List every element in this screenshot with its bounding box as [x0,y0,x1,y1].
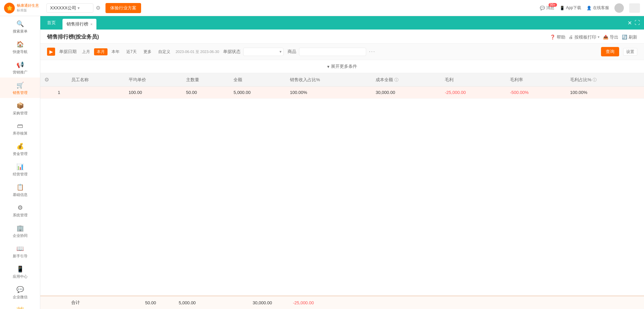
help-icon: ❓ [550,35,555,40]
status-select[interactable] [243,48,284,56]
maximize-icon[interactable]: ⛶ [635,20,640,26]
sidebar-item-base[interactable]: 📋 基础信息 [0,179,40,200]
inventory-icon: 🗃 [17,122,23,130]
search-icon: 🔍 [16,20,24,28]
date-tab-自定义[interactable]: 自定义 [156,48,173,55]
settings-button[interactable]: ⚙ [93,3,103,13]
export-label: 导出 [610,34,618,40]
sidebar-item-purchase[interactable]: 📦 采购管理 [0,98,40,118]
footer-label-cell: 合计 [67,296,108,309]
sidebar-item-search[interactable]: 🔍 搜索菜单 [0,16,40,37]
date-tab-本月[interactable]: 本月 [94,48,108,55]
top-right-actions: 💬 消息 99+ 📱 App下载 👤 在线客服 [540,3,640,13]
online-service-button[interactable]: 👤 在线客服 [587,5,609,11]
filter-toggle-button[interactable]: ▶ [47,48,55,56]
company-selector[interactable]: XXXXXX公司 ▾ [46,3,93,13]
sidebar-item-marketing[interactable]: 📢 营销推广 [0,57,40,78]
sidebar-item-system[interactable]: ⚙ 系统管理 [0,200,40,220]
finance-icon: 💰 [16,143,24,150]
table-body: 1 100.00 50.00 5,000.00 100.00% 30,000.0… [40,87,644,99]
tab-home[interactable]: 首页 [42,16,61,30]
avatar[interactable] [614,3,624,13]
sidebar-item-management[interactable]: 📊 经营管理 [0,159,40,179]
sidebar: 🔍 搜索菜单 🏠 快捷导航 📢 营销推广 🛒 销售管理 📦 采购管理 🗃 库存核… [0,16,40,309]
cost-info-icon[interactable]: ⓘ [394,78,398,82]
export-icon: 📤 [603,35,608,40]
sidebar-label-system: 系统管理 [13,213,28,218]
sidebar-label-management: 经营管理 [13,172,28,177]
sidebar-item-guide[interactable]: 📖 新手引导 [0,241,40,261]
date-filter-label: 单据日期 [59,49,77,55]
sidebar-item-finance[interactable]: 💰 资金管理 [0,139,40,159]
message-button[interactable]: 💬 消息 99+ [540,5,554,11]
sidebar-item-enterprise[interactable]: 🏢 企业协同 [0,220,40,241]
sidebar-item-inventory[interactable]: 🗃 库存核算 [0,118,40,139]
goods-filter-label: 商品 [288,49,296,55]
more-options-icon[interactable]: ··· [369,49,375,55]
sidebar-label-guide: 新手引导 [13,254,28,259]
table-footer-row: 合计 50.00 5,000.00 30,000.00 -25,000.00 [40,296,644,309]
print-dropdown-icon: ▾ [598,35,600,39]
logo-text-block: 畅康通好生意 标准版 [17,3,39,12]
sidebar-item-shortcut[interactable]: 🏠 快捷导航 [0,37,40,57]
th-sales-pct: 销售收入占比% [286,73,372,87]
enterprise-icon: 🏢 [16,224,24,232]
grosspct-info-icon[interactable]: ⓘ [593,78,597,82]
goods-input[interactable] [299,48,366,56]
expand-more-button[interactable]: ▾ 展开更多条件 [325,62,360,71]
chevron-down-icon: ▾ [78,6,80,10]
logo-text: 畅康通好生意 [17,3,39,8]
sidebar-item-wechat[interactable]: 💬 企业微信 [0,282,40,302]
sidebar-item-member[interactable]: 👑 畅会员 [0,302,40,309]
sidebar-item-appstore[interactable]: 📱 应用中心 [0,261,40,282]
cell-gross-rate: -500.00% [506,87,566,99]
sidebar-label-purchase: 采购管理 [13,111,28,116]
date-tab-上月[interactable]: 上月 [79,48,93,55]
table-container: ⚙ 员工名称 平均单价 主数量 全额 销售收入占比% 成本全额 ⓘ [40,73,644,296]
refresh-label: 刷新 [629,34,637,40]
appstore-icon: 📱 [16,265,24,273]
tab-sales-ranking[interactable]: 销售排行榜 × [62,19,96,30]
th-rank [54,73,67,87]
user-menu[interactable] [629,3,640,13]
cell-rank: 1 [54,87,67,99]
industry-button[interactable]: 体验行业方案 [105,3,141,13]
print-icon: 🖨 [569,35,573,40]
date-tabs: 上月本月本年近7天更多自定义 [79,48,173,55]
sidebar-item-sales[interactable]: 🛒 销售管理 [0,78,40,98]
column-settings-icon[interactable]: ⚙ [44,77,49,83]
settings-button-side[interactable]: 设置 [623,48,637,56]
footer-avg-cell [108,299,141,306]
expand-label: 展开更多条件 [331,63,357,69]
shortcut-icon: 🏠 [16,41,24,48]
system-icon: ⚙ [17,204,23,211]
sidebar-label-enterprise: 企业协同 [13,233,28,238]
tab-close-icon[interactable]: × [90,22,92,26]
cell-gross-pct: 100.00% [566,87,644,99]
th-cost: 成本全额 ⓘ [372,73,441,87]
refresh-button[interactable]: 🔄 刷新 [622,34,637,40]
cell-gross: -25,000.00 [441,87,506,99]
tab-bar: 首页 销售排行榜 × ✕ ⛶ [40,16,644,30]
sidebar-label-wechat: 企业微信 [13,295,28,300]
export-button[interactable]: 📤 导出 [603,34,618,40]
top-bar: 🌟 畅康通好生意 标准版 XXXXXX公司 ▾ ⚙ 体验行业方案 💬 消息 99… [0,0,644,16]
base-icon: 📋 [16,184,24,191]
cell-quantity: 50.00 [182,87,230,99]
filter-bar: ▶ 单据日期 上月本月本年近7天更多自定义 2023-06-01 至 2023-… [40,44,644,60]
print-label: 按模板打印 [574,34,596,40]
main-area: 🔍 搜索菜单 🏠 快捷导航 📢 营销推广 🛒 销售管理 📦 采购管理 🗃 库存核… [0,16,644,309]
date-tab-更多[interactable]: 更多 [141,48,154,55]
tab-label: 销售排行榜 [67,21,88,27]
help-button[interactable]: ❓ 帮助 [550,34,565,40]
query-button[interactable]: 查询 [601,47,619,56]
date-tab-近7天[interactable]: 近7天 [124,48,139,55]
print-button[interactable]: 🖨 按模板打印 ▾ [569,34,600,40]
sidebar-label-inventory: 库存核算 [13,131,28,136]
sidebar-label-search: 搜索菜单 [13,29,28,34]
footer-qty-cell: 50.00 [141,297,175,309]
table-header-row: ⚙ 员工名称 平均单价 主数量 全额 销售收入占比% 成本全额 ⓘ [40,73,644,87]
close-window-icon[interactable]: ✕ [628,20,632,26]
date-tab-本年[interactable]: 本年 [109,48,122,55]
app-download-button[interactable]: 📱 App下载 [560,5,581,11]
